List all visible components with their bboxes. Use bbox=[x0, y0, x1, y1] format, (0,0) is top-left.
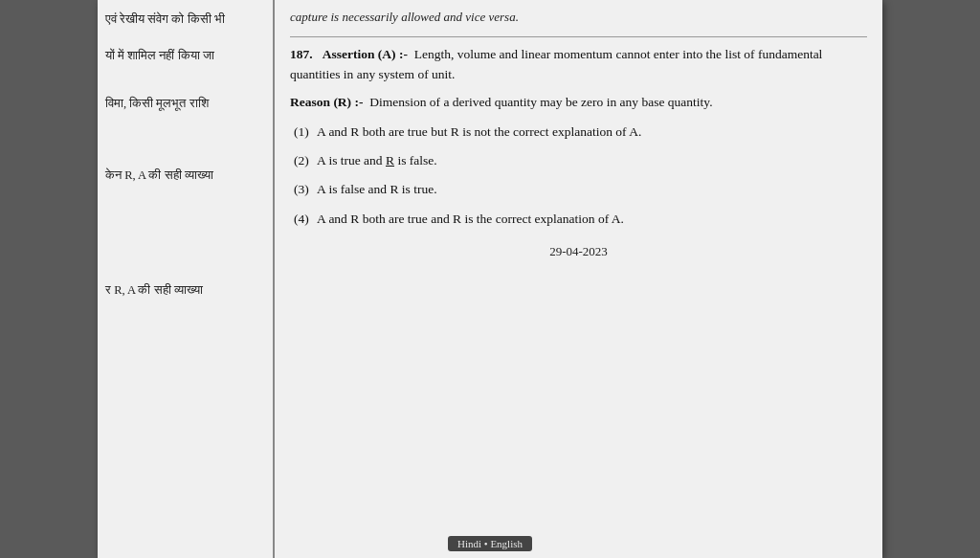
left-column: एवं रेखीय संवेग को किसी भी यों में शामिल… bbox=[98, 0, 275, 558]
paper: एवं रेखीय संवेग को किसी भी यों में शामिल… bbox=[98, 0, 882, 558]
option-2: (2) A is true and R is false. bbox=[294, 151, 867, 170]
bottom-bar: Hindi • English bbox=[0, 529, 980, 558]
page-container: एवं रेखीय संवेग को किसी भी यों में शामिल… bbox=[0, 0, 980, 558]
language-badge[interactable]: Hindi • English bbox=[448, 536, 532, 551]
option-3: (3) A is false and R is true. bbox=[294, 180, 867, 199]
date-line: 29-04-2023 bbox=[290, 242, 867, 261]
option-1: (1) A and R both are true but R is not t… bbox=[294, 123, 867, 142]
right-column: capture is necessarily allowed and vice … bbox=[275, 0, 882, 558]
question-text: 187. Assertion (A) :- Length, volume and… bbox=[290, 45, 867, 85]
hindi-text-5: र R, A की सही व्याख्या bbox=[105, 280, 265, 300]
top-note: capture is necessarily allowed and vice … bbox=[290, 8, 867, 27]
hindi-text-2: यों में शामिल नहीं किया जा bbox=[105, 46, 265, 65]
option-4: (4) A and R both are true and R is the c… bbox=[294, 210, 867, 229]
hindi-text-4: केन R, A की सही व्याख्या bbox=[105, 166, 265, 185]
hindi-text-3: विमा, किसी मूलभूत राशि bbox=[105, 94, 265, 113]
divider bbox=[290, 36, 867, 37]
question-block: 187. Assertion (A) :- Length, volume and… bbox=[290, 45, 867, 113]
reason-text: Reason (R) :- Dimension of a derived qua… bbox=[290, 93, 867, 113]
hindi-text-1: एवं रेखीय संवेग को किसी भी bbox=[105, 10, 265, 29]
options-list: (1) A and R both are true but R is not t… bbox=[290, 123, 867, 229]
